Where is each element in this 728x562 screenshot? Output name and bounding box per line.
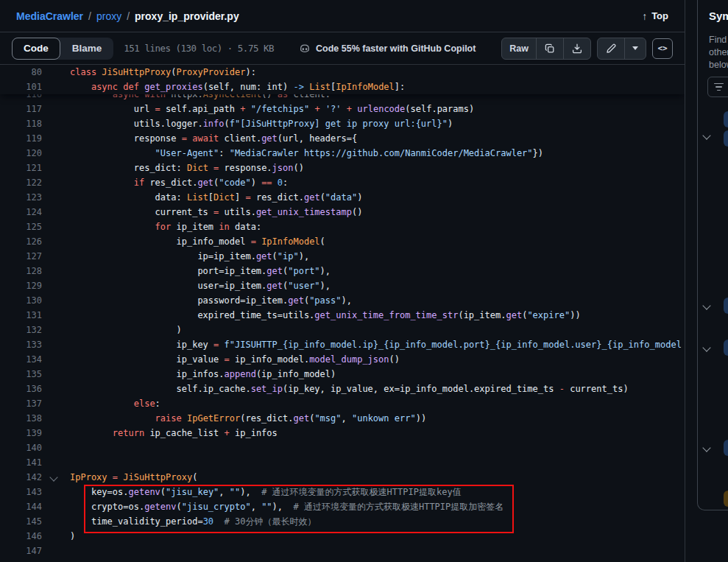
line-number[interactable]: 147 bbox=[0, 544, 42, 558]
code-line-text: key=os.getenv("jisu_key", ""), # 通过环境变量的… bbox=[70, 485, 462, 499]
tab-blame[interactable]: Blame bbox=[60, 38, 114, 60]
code-line-text: return ip_cache_list + ip_infos bbox=[70, 426, 278, 440]
symbols-panel-title: Symbols bbox=[709, 10, 728, 22]
code-line-text: utils.logger.info(f"[JiSuHttpProxy] get … bbox=[70, 116, 453, 131]
line-number[interactable]: 119 bbox=[0, 131, 42, 146]
copilot-banner-text: Code 55% faster with GitHub Copilot bbox=[316, 43, 476, 54]
code-line-text: ip_info_model = IpInfoModel( bbox=[70, 234, 325, 249]
fold-chevron-icon[interactable] bbox=[49, 473, 57, 481]
symbol-item-pill[interactable] bbox=[724, 491, 728, 507]
symbol-item-pill[interactable] bbox=[724, 111, 728, 127]
edit-dropdown-button[interactable] bbox=[624, 38, 646, 59]
tab-code[interactable]: Code bbox=[12, 38, 60, 60]
line-number[interactable]: 135 bbox=[0, 367, 42, 382]
code-line: 122 if res_dict.get("code") == 0: bbox=[0, 175, 685, 190]
code-line: 121 res_dict: Dict = response.json() bbox=[0, 161, 685, 175]
line-number[interactable]: 121 bbox=[0, 161, 42, 175]
code-line: 146) bbox=[0, 529, 685, 544]
symbols-filter-button[interactable] bbox=[707, 77, 728, 97]
code-line-text: ) bbox=[70, 529, 75, 544]
line-number[interactable]: 145 bbox=[0, 514, 42, 529]
code-line: 127 ip=ip_item.get("ip"), bbox=[0, 249, 685, 264]
line-number[interactable]: 140 bbox=[0, 440, 42, 455]
chevron-down-icon[interactable] bbox=[702, 443, 710, 452]
chevron-down-icon[interactable] bbox=[702, 301, 710, 309]
code-line-text: async def get_proxies(self, num: int) ->… bbox=[70, 80, 405, 94]
line-number[interactable]: 143 bbox=[0, 485, 42, 499]
code-line: 80class JiSuHttpProxy(ProxyProvider): bbox=[0, 65, 685, 80]
line-number[interactable]: 134 bbox=[0, 352, 42, 367]
download-button[interactable] bbox=[563, 38, 590, 59]
raw-button[interactable]: Raw bbox=[502, 38, 536, 59]
symbols-desc-line: Find bbox=[709, 34, 728, 46]
code-line-text: if res_dict.get("code") == 0: bbox=[70, 175, 288, 190]
line-number[interactable]: 124 bbox=[0, 205, 42, 219]
line-number[interactable]: 133 bbox=[0, 337, 42, 352]
code-line-text: data: List[Dict] = res_dict.get("data") bbox=[70, 190, 362, 205]
file-view-panel: MediaCrawler / proxy / proxy_ip_provider… bbox=[0, 0, 685, 562]
chevron-down-icon[interactable] bbox=[702, 343, 710, 351]
code-line: 144 crypto=os.getenv("jisu_crypto", ""),… bbox=[0, 499, 685, 514]
code-line-text: response = await client.get(url, headers… bbox=[70, 131, 357, 146]
symbols-panel: Symbols Find other below bbox=[697, 0, 728, 510]
code-content: 80class JiSuHttpProxy(ProxyProvider):101… bbox=[0, 65, 685, 558]
code-line: 128 port=ip_item.get("port"), bbox=[0, 264, 685, 278]
breadcrumb-repo-link[interactable]: MediaCrawler bbox=[16, 10, 83, 22]
line-number[interactable]: 80 bbox=[0, 65, 42, 80]
breadcrumb-current-file: proxy_ip_provider.py bbox=[135, 10, 239, 22]
edit-pencil-icon bbox=[605, 43, 617, 55]
code-blame-switcher: Code Blame bbox=[12, 38, 113, 60]
code-line-text: ip_infos.append(ip_info_model) bbox=[70, 367, 336, 382]
line-number[interactable]: 131 bbox=[0, 308, 42, 323]
line-number[interactable]: 142 bbox=[0, 470, 42, 485]
line-number[interactable]: 118 bbox=[0, 116, 42, 131]
copilot-banner: Code 55% faster with GitHub Copilot bbox=[299, 43, 476, 55]
line-number[interactable]: 116 bbox=[0, 94, 42, 102]
edit-button[interactable] bbox=[598, 38, 624, 59]
code-lines: 117 url = self.api_path + "/fetchips" + … bbox=[0, 102, 685, 558]
line-number[interactable]: 137 bbox=[0, 396, 42, 411]
code-line-text: "User-Agent": "MediaCrawler https://gith… bbox=[70, 146, 543, 161]
line-number[interactable]: 122 bbox=[0, 175, 42, 190]
line-number[interactable]: 117 bbox=[0, 102, 42, 116]
code-line-text: async with httpx.AsyncClient() as client… bbox=[70, 94, 331, 102]
symbols-desc-line: below bbox=[709, 59, 728, 71]
line-number[interactable]: 125 bbox=[0, 219, 42, 234]
breadcrumb-separator: / bbox=[127, 10, 130, 22]
symbols-panel-toggle[interactable]: <> bbox=[652, 38, 673, 59]
line-number[interactable]: 101 bbox=[0, 80, 42, 94]
line-number[interactable]: 146 bbox=[0, 529, 42, 544]
line-number[interactable]: 144 bbox=[0, 499, 42, 514]
code-line: 147 bbox=[0, 544, 685, 558]
chevron-down-icon[interactable] bbox=[702, 131, 710, 139]
file-toolbar: Code Blame 151 lines (130 loc) · 5.75 KB… bbox=[0, 32, 685, 65]
code-line: 135 ip_infos.append(ip_info_model) bbox=[0, 367, 685, 382]
line-number[interactable]: 129 bbox=[0, 278, 42, 293]
code-line: 118 utils.logger.info(f"[JiSuHttpProxy] … bbox=[0, 116, 685, 131]
code-line: 142IpProxy = JiSuHttpProxy( bbox=[0, 470, 685, 485]
copy-button[interactable] bbox=[536, 38, 563, 59]
line-number[interactable]: 123 bbox=[0, 190, 42, 205]
line-number[interactable]: 136 bbox=[0, 382, 42, 396]
code-line-text: current_ts = utils.get_unix_timestamp() bbox=[70, 205, 362, 219]
code-line: 134 ip_value = ip_info_model.model_dump_… bbox=[0, 352, 685, 367]
line-number[interactable]: 141 bbox=[0, 455, 42, 470]
symbol-item-pill[interactable] bbox=[724, 130, 728, 147]
line-number[interactable]: 120 bbox=[0, 146, 42, 161]
code-line-text: expired_time_ts=utils.get_unix_time_from… bbox=[70, 308, 581, 323]
line-number[interactable]: 126 bbox=[0, 234, 42, 249]
line-number[interactable]: 138 bbox=[0, 411, 42, 426]
breadcrumb-folder-link[interactable]: proxy bbox=[96, 10, 121, 22]
symbol-item-pill[interactable] bbox=[724, 440, 728, 456]
line-number[interactable]: 139 bbox=[0, 426, 42, 440]
symbol-item-pill[interactable] bbox=[724, 298, 728, 314]
code-line-text: url = self.api_path + "/fetchips" + '?' … bbox=[70, 102, 474, 116]
line-number[interactable]: 127 bbox=[0, 249, 42, 264]
line-number[interactable]: 128 bbox=[0, 264, 42, 278]
line-number[interactable]: 130 bbox=[0, 293, 42, 308]
line-number[interactable]: 132 bbox=[0, 323, 42, 337]
code-line-text: ip=ip_item.get("ip"), bbox=[70, 249, 309, 264]
top-link-label: Top bbox=[651, 10, 668, 21]
scroll-to-top-link[interactable]: ↑ Top bbox=[642, 10, 668, 22]
symbol-item-pill[interactable] bbox=[724, 340, 728, 356]
